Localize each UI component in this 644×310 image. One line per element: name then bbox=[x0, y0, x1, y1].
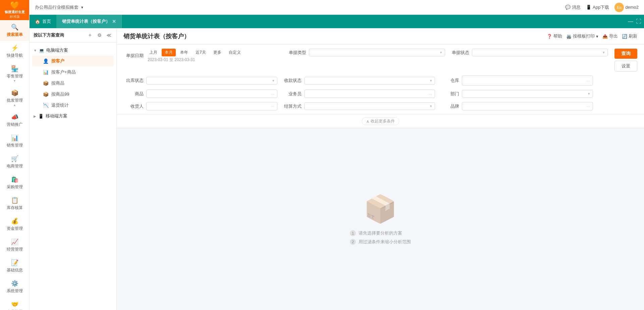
by-customer-icon: 👤 bbox=[43, 58, 49, 64]
sidebar-item-sales[interactable]: 📊 销售管理 bbox=[0, 131, 30, 152]
right-panel: 销货单统计表（按客户） ❓ 帮助 🖨️ 按模板打印 ▾ 📤 bbox=[117, 28, 644, 310]
date-tabs: 上月 本月 本年 近7天 更多 自定义 bbox=[146, 49, 244, 56]
doc-type-select[interactable]: ▾ bbox=[309, 49, 445, 56]
sidebar-item-ecommerce[interactable]: 🛒 电商管理 bbox=[0, 152, 30, 172]
salesperson-input[interactable]: ··· bbox=[304, 90, 435, 98]
messages-btn[interactable]: 💬 消息 bbox=[565, 4, 581, 10]
settlement-select[interactable]: ▾ bbox=[304, 102, 435, 110]
inventory-icon: 📋 bbox=[11, 197, 18, 204]
out-status-label: 出库状态 bbox=[123, 78, 144, 84]
date-tab-this-month[interactable]: 本月 bbox=[162, 49, 176, 56]
scheme-group-pc-header[interactable]: ▼ 💻 电脑端方案 bbox=[30, 45, 116, 55]
doc-status-select[interactable]: ▾ bbox=[472, 49, 608, 56]
sidebar-item-purchase[interactable]: 🛍️ 采购管理 bbox=[0, 172, 30, 193]
messages-label: 消息 bbox=[572, 4, 581, 10]
template-print-btn[interactable]: 🖨️ 按模板打印 ▾ bbox=[566, 33, 598, 39]
tab-minimize-btn[interactable]: — bbox=[628, 18, 633, 24]
help-icon: ❓ bbox=[547, 34, 552, 39]
settings-button[interactable]: 设置 bbox=[614, 61, 637, 71]
sidebar-item-finance[interactable]: 💰 资金管理 bbox=[0, 214, 30, 235]
industry-title: 办公用品行业模拟账套 bbox=[35, 4, 78, 10]
logo-text: 畅捷通好生意 bbox=[5, 10, 25, 14]
sidebar-item-quick-nav[interactable]: ⚡ 快捷导航 bbox=[0, 41, 30, 62]
sidebar-item-inventory[interactable]: 📋 库存核算 bbox=[0, 193, 30, 214]
refresh-icon: 🔄 bbox=[622, 34, 627, 39]
sidebar-item-operations[interactable]: 📈 经营管理 bbox=[0, 235, 30, 256]
query-button[interactable]: 查询 bbox=[614, 49, 637, 59]
add-scheme-btn[interactable]: ＋ bbox=[86, 32, 94, 39]
scheme-item-refund-stat[interactable]: 📉 退货统计 bbox=[32, 100, 114, 111]
user-profile[interactable]: Ea demo2 bbox=[614, 3, 639, 12]
help-btn[interactable]: ❓ 帮助 bbox=[547, 33, 562, 39]
payment-status-select[interactable]: ▾ bbox=[304, 77, 435, 85]
refresh-btn[interactable]: 🔄 刷新 bbox=[622, 33, 637, 39]
app-download-btn[interactable]: 📱 App下载 bbox=[586, 4, 609, 10]
home-icon: 🏠 bbox=[35, 19, 40, 24]
scheme-group-mobile-header[interactable]: ▶ 📱 移动端方案 bbox=[30, 111, 116, 121]
tip-text-1: 请先选择要分析的方案 bbox=[359, 230, 402, 236]
out-status-arrow: ▾ bbox=[272, 79, 274, 83]
tab-maximize-btn[interactable]: ⛶ bbox=[636, 18, 641, 24]
sidebar-label-system: 系统管理 bbox=[7, 288, 23, 294]
sidebar-item-search[interactable]: 🔍 搜索菜单 bbox=[0, 20, 30, 41]
tab-close-btn[interactable]: ✕ bbox=[112, 19, 116, 24]
sidebar-item-marketing[interactable]: 📣 营销推广 bbox=[0, 110, 30, 131]
avatar: Ea bbox=[614, 3, 624, 12]
doc-type-arrow: ▾ bbox=[440, 50, 442, 55]
page-header: 销货单统计表（按客户） ❓ 帮助 🖨️ 按模板打印 ▾ 📤 bbox=[117, 28, 644, 45]
tip-num-2: 2 bbox=[350, 239, 356, 245]
out-status-select[interactable]: ▾ bbox=[146, 77, 277, 85]
receiver-input[interactable]: ··· bbox=[146, 102, 277, 110]
sidebar-item-enterprise[interactable]: 🤝 企业协同 bbox=[0, 297, 30, 310]
sidebar-label-retail: 零售管理 bbox=[7, 73, 23, 79]
brand-input[interactable]: ··· bbox=[462, 102, 593, 110]
empty-tip-2: 2 用过滤条件来缩小分析范围 bbox=[350, 239, 411, 245]
settlement-label: 结算方式 bbox=[281, 103, 302, 109]
goods-dots: ··· bbox=[271, 91, 274, 96]
export-btn[interactable]: 📤 导出 bbox=[602, 33, 618, 39]
date-range: 2023-03-01 至 2023-03-31 bbox=[148, 57, 244, 63]
sidebar-label-operations: 经营管理 bbox=[7, 247, 23, 252]
collapse-panel-btn[interactable]: ≪ bbox=[105, 32, 112, 39]
print-dropdown-icon: ▾ bbox=[596, 34, 598, 39]
scheme-group-mobile: ▶ 📱 移动端方案 bbox=[30, 111, 116, 121]
sidebar-item-system[interactable]: ⚙️ 系统管理 bbox=[0, 276, 30, 297]
by-goods-99-icon: 📦 bbox=[43, 92, 49, 97]
date-tab-7days[interactable]: 近7天 bbox=[193, 49, 209, 56]
dept-arrow: ▾ bbox=[588, 92, 590, 96]
scheme-item-by-customer-goods[interactable]: 📊 按客户+商品 bbox=[32, 67, 114, 78]
empty-illustration: 📦 bbox=[364, 193, 397, 225]
date-tab-custom[interactable]: 自定义 bbox=[226, 49, 244, 56]
sidebar-item-wholesale[interactable]: 📦 批发管理 ▲ bbox=[0, 86, 30, 110]
scheme-item-by-goods-99[interactable]: 📦 按商品99 bbox=[32, 89, 114, 100]
tab-sales-stat[interactable]: 销货单统计表（按客户） ✕ bbox=[57, 15, 122, 28]
doc-status-arrow: ▾ bbox=[603, 50, 605, 55]
pc-group-label: 电脑端方案 bbox=[46, 47, 68, 53]
salesperson-dots: ··· bbox=[429, 91, 432, 96]
main-content: 办公用品行业模拟账套 ▾ 💬 消息 📱 App下载 Ea demo2 🏠 首页 bbox=[30, 0, 644, 310]
dept-select[interactable]: ▾ bbox=[462, 90, 593, 98]
sidebar-label-search: 搜索菜单 bbox=[7, 32, 23, 38]
goods-input[interactable]: ··· bbox=[146, 90, 277, 98]
system-icon: ⚙️ bbox=[11, 280, 18, 287]
warehouse-input[interactable]: ··· bbox=[462, 75, 593, 86]
scheme-list: ▼ 💻 电脑端方案 👤 按客户 📊 按客户+商品 📦 按商品 bbox=[30, 43, 116, 310]
finance-icon: 💰 bbox=[11, 217, 18, 225]
action-btn-group: 查询 设置 bbox=[614, 49, 637, 71]
tab-home[interactable]: 🏠 首页 bbox=[30, 15, 57, 28]
sidebar-label-quicknav: 快捷导航 bbox=[7, 53, 23, 58]
scheme-item-by-customer[interactable]: 👤 按客户 bbox=[32, 56, 114, 66]
by-customer-goods-label: 按客户+商品 bbox=[51, 69, 76, 75]
collapse-conditions-btn[interactable]: ∧ 收起更多条件 bbox=[362, 117, 399, 125]
sidebar-item-retail[interactable]: 🏪 零售管理 ▼ bbox=[0, 62, 30, 86]
scheme-item-by-goods[interactable]: 📦 按商品 bbox=[32, 78, 114, 89]
industry-dropdown-icon[interactable]: ▾ bbox=[81, 5, 83, 10]
sidebar-item-basic[interactable]: 📝 基础信息 bbox=[0, 256, 30, 276]
pc-group-arrow: ▼ bbox=[34, 49, 37, 52]
date-tab-this-year[interactable]: 本年 bbox=[177, 49, 191, 56]
settings-scheme-btn[interactable]: ⚙ bbox=[96, 32, 103, 39]
date-tab-more[interactable]: 更多 bbox=[210, 49, 224, 56]
by-goods-label: 按商品 bbox=[51, 80, 64, 86]
date-tab-last-month[interactable]: 上月 bbox=[146, 49, 160, 56]
scheme-group-pc: ▼ 💻 电脑端方案 👤 按客户 📊 按客户+商品 📦 按商品 bbox=[30, 45, 116, 111]
